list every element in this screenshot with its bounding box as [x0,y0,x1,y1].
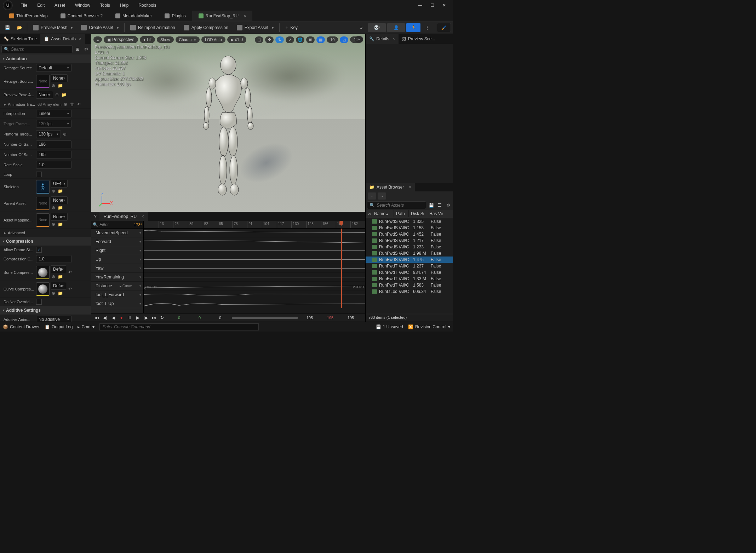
step-fwd-button[interactable]: |▶ [142,315,149,321]
search-input[interactable] [11,47,70,52]
vp-perspective[interactable]: ▣ Perspective [104,36,138,43]
vp-character[interactable]: Character [176,36,200,43]
save-icon[interactable]: 💾 [2,23,13,32]
create-asset-button[interactable]: Create Asset [78,23,122,32]
mapping-combo[interactable]: None [51,213,68,221]
asset-row[interactable]: RunFwdS/All/C1.98 MFalse [366,250,453,257]
reverse-button[interactable]: ◀ [110,315,117,321]
close-icon[interactable]: × [244,13,246,18]
parent-thumb[interactable]: None [36,197,50,210]
advanced-label[interactable]: Advanced [8,231,40,235]
use-icon[interactable]: ⊕ [51,290,56,296]
menu-rooitools[interactable]: Rooitools [133,1,161,10]
vp-world-icon[interactable]: 🌐 [296,36,304,43]
timeline-filter-input[interactable] [99,222,132,227]
record-button[interactable]: ● [118,315,125,321]
parent-combo[interactable]: None [51,196,68,204]
close-icon[interactable]: × [393,36,395,41]
details-search[interactable]: 🔍 [1,45,73,53]
key-button[interactable]: +Key [282,23,301,32]
timeline-ruler[interactable]: 13263952657891104117130143156169182 [144,221,365,229]
export-asset-button[interactable]: Export Asset [233,23,277,32]
maximize-button[interactable]: ☐ [426,1,438,10]
doctab-content-browser-2[interactable]: Content Browser 2 [54,11,109,21]
asset-thumb[interactable]: None [36,75,50,88]
vp-select-icon[interactable]: ⬚ [255,36,263,43]
to-start-button[interactable]: ⏮ [93,315,101,321]
vp-snap-icon[interactable]: ⊞ [306,36,315,43]
track-lane[interactable] [144,273,365,282]
content-drawer-button[interactable]: 📦 Content Drawer [3,324,40,329]
doctab-thirdpersonmap[interactable]: ThirdPersonMap [3,11,54,21]
step-back-button[interactable]: ◀| [102,315,109,321]
asset-row[interactable]: RunFwdS/All/C1.325False [366,218,453,225]
menu-asset[interactable]: Asset [50,1,70,10]
browse-icon[interactable]: 📁 [57,205,63,211]
details-scroll[interactable]: Animation Retarget SourceDefault Retarge… [0,54,91,322]
minimize-button[interactable]: — [414,1,426,10]
menu-tools[interactable]: Tools [95,1,115,10]
tab-asset-browser[interactable]: 📁 Asset Browser× [366,183,415,191]
curve-compress-combo[interactable]: Defa [51,282,66,290]
output-log-button[interactable]: 📋 Output Log [45,324,73,329]
delete-icon[interactable]: 🗑 [69,102,75,107]
allow-frame-checkbox[interactable] [36,247,42,253]
nav-fwd-button[interactable]: → [378,192,386,200]
paint-mode-icon[interactable]: 🖌️ [437,23,451,32]
close-button[interactable]: ✕ [438,1,450,10]
use-icon[interactable]: ⊕ [51,221,56,227]
add-icon[interactable]: ⊕ [63,102,68,107]
asset-combo[interactable]: None [51,74,68,82]
doctab-plugins[interactable]: Plugins [158,11,192,21]
use-icon[interactable]: ⊕ [51,83,56,88]
more-icon[interactable]: ⋮ [422,23,433,32]
console-input[interactable]: Enter Console Command [99,323,259,330]
col-type-icon[interactable]: ⤭ [366,211,372,217]
reset-icon[interactable]: ↶ [76,102,82,107]
scrubber[interactable] [232,317,298,319]
track-lane[interactable] [144,290,365,299]
asset-list[interactable]: RunFwdS/All/C1.325FalseRunFwdS/All/C1.15… [366,218,453,314]
expand-advanced-icon[interactable]: ▸ [2,230,8,236]
skeleton-combo[interactable]: UE4_ [51,180,68,188]
view-options-icon[interactable]: ⊞ [74,46,81,53]
settings-icon[interactable]: ⚙ [82,46,90,53]
vp-speed[interactable]: ▶ x1.0 [227,36,247,43]
col-name[interactable]: Name ▴ [372,210,394,217]
use-icon[interactable]: ⊕ [51,274,56,280]
asset-row[interactable]: RunFwdT/All/C934.74False [366,269,453,276]
loop-checkbox[interactable] [36,172,42,177]
asset-row[interactable]: RunFwdS/All/C1.233False [366,244,453,250]
vp-show[interactable]: Show [157,36,174,43]
tab-asset-details[interactable]: 📋 Asset Details× [40,34,85,44]
animation-mode-icon[interactable]: 🏃 [406,23,420,32]
menu-window[interactable]: Window [70,1,95,10]
axis-gizmo[interactable]: ZX [98,193,113,207]
track-lane[interactable] [144,299,365,308]
apply-compression-button[interactable]: Apply Compression [180,23,232,32]
track-foot_l_up[interactable]: foot_l_Up [91,299,143,308]
track-yawremaining[interactable]: YawRemaining [91,273,143,282]
mesh-mode-icon[interactable]: 👤 [387,23,405,32]
vp-grid-icon[interactable]: ▦ [316,36,325,43]
vp-rotate-icon[interactable]: ↻ [275,36,284,43]
pause-button[interactable]: ⏸ [126,315,133,321]
asset-row[interactable]: RunFwdS/All/C1.452False [366,231,453,237]
track-forward[interactable]: Forward [91,237,143,246]
additive-combo[interactable]: No additive [36,316,71,322]
category-additive[interactable]: Additive Settings [0,306,91,315]
play-button[interactable]: ▶ [134,315,141,321]
platform-target-combo[interactable]: 130 fps [36,130,61,138]
browse-icon[interactable]: 📁 [57,83,63,88]
revision-control-button[interactable]: 🔀 Revision Control ▾ [408,324,450,329]
reset-icon[interactable]: ↶ [67,270,73,275]
mapping-thumb[interactable]: None [36,213,50,227]
expand-icon[interactable]: ▸ [2,102,8,107]
track-area[interactable]: 173* (1.34) (89.19%) 1326395265789110411… [144,221,365,313]
do-not-override-checkbox[interactable] [36,299,42,305]
close-icon[interactable]: × [409,185,411,190]
browse-icon[interactable]: 📁 [57,188,63,194]
track-yaw[interactable]: Yaw [91,264,143,273]
col-vir[interactable]: Has Vir [427,210,453,217]
vp-overflow-icon[interactable]: » [355,36,363,42]
